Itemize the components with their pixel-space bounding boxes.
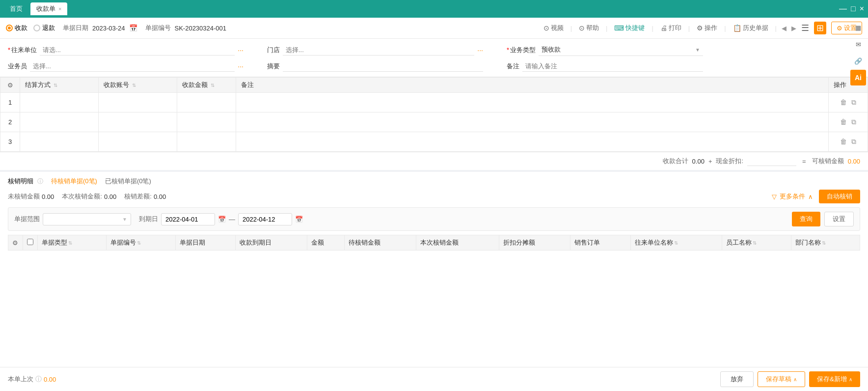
copy-row-1-icon[interactable]: ⧉ [851, 98, 856, 106]
history-btn[interactable]: 📋 历史单据 [731, 23, 770, 33]
date-from-input[interactable] [161, 213, 215, 225]
filter-settings-btn[interactable]: 设置 [824, 212, 854, 226]
discount-input[interactable] [747, 156, 796, 166]
copy-row-2-icon[interactable]: ⧉ [851, 118, 856, 126]
shortcut-btn[interactable]: ⌨ 快捷键 [612, 23, 647, 33]
list-view-icon[interactable]: ☰ [801, 23, 809, 33]
radio-refund[interactable]: 退款 [33, 24, 55, 32]
video-icon: ⊙ [543, 24, 549, 32]
doc-date-value: 2023-03-24 [92, 25, 125, 32]
chevron-up-icon: ∧ [808, 193, 813, 200]
shortcut-icon: ⌨ [614, 24, 624, 32]
settlement-cell-2[interactable] [20, 112, 99, 132]
counterpart-field: *往来单位 ··· [8, 45, 244, 56]
settlement-sort-icon: ⇅ [54, 83, 57, 88]
tab-receipt[interactable]: 收款单 × [30, 2, 67, 15]
window-maximize-btn[interactable]: □ [851, 4, 856, 13]
operations-btn[interactable]: ⚙ 操作 [695, 23, 719, 33]
remark-cell-3[interactable] [236, 132, 829, 152]
nav-next-icon[interactable]: ▶ [791, 25, 796, 32]
staff-more-icon[interactable]: ··· [238, 62, 244, 70]
account-cell-1[interactable] [99, 93, 177, 112]
form-section: *往来单位 ··· 门店 ··· *业务类型 预收款 ▼ 业务员 [0, 39, 868, 77]
verify-table: ⚙ 单据类型⇅ 单据编号⇅ 单据日期 收款到期日 金额 待核销金额 本次核销金额… [8, 235, 860, 251]
save-new-btn[interactable]: 保存&新增 ∧ [809, 371, 860, 387]
bottom-info-icon[interactable]: ⓘ [35, 375, 42, 384]
settlement-cell-3[interactable] [20, 132, 99, 152]
window-close-btn[interactable]: × [860, 4, 864, 13]
save-draft-btn[interactable]: 保存草稿 ∧ [758, 371, 805, 387]
account-cell-2[interactable] [99, 112, 177, 132]
counterpart-input[interactable] [40, 45, 235, 56]
more-conditions-btn[interactable]: ▽ 更多条件 ∧ [772, 192, 813, 201]
table-settings-icon[interactable]: ⚙ [7, 82, 13, 89]
copy-row-3-icon[interactable]: ⧉ [851, 138, 856, 145]
tab-close-icon[interactable]: × [58, 6, 61, 12]
type-sort-icon: ⇅ [68, 240, 72, 246]
account-cell-3[interactable] [99, 132, 177, 152]
tab-home[interactable]: 首页 [4, 2, 28, 15]
delete-row-3-icon[interactable]: 🗑 [840, 138, 847, 145]
remark-cell-1[interactable] [236, 93, 829, 112]
doc-date-field: 单据日期 2023-03-24 📅 [63, 24, 137, 32]
select-all-checkbox[interactable] [27, 239, 33, 245]
store-field: 门店 ··· [267, 45, 483, 56]
grid-view-icon[interactable]: ⊞ [814, 22, 826, 34]
range-select[interactable] [43, 213, 131, 225]
counterpart-sort-icon: ⇅ [674, 240, 678, 246]
amount-cell-1[interactable] [177, 93, 236, 112]
verify-table-settings-icon[interactable]: ⚙ [12, 239, 18, 247]
summary-field: 摘要 [267, 61, 483, 72]
amount-cell-3[interactable] [177, 132, 236, 152]
biz-type-field: *业务类型 预收款 ▼ [507, 44, 703, 56]
side-link-icon[interactable]: 🔗 [850, 53, 866, 69]
store-more-icon[interactable]: ··· [477, 46, 483, 54]
remark-input[interactable] [522, 61, 703, 72]
abandon-btn[interactable]: 放弃 [720, 371, 754, 387]
nav-prev-icon[interactable]: ◀ [782, 25, 787, 32]
due-date-field: 到期日 📅 — 📅 [139, 213, 303, 225]
staff-input[interactable] [30, 61, 235, 72]
available-amount: 0.00 [848, 158, 860, 165]
biz-type-select[interactable]: 预收款 ▼ [539, 44, 703, 56]
verify-info-icon[interactable]: ⓘ [37, 177, 43, 186]
counterpart-more-icon[interactable]: ··· [238, 46, 244, 54]
side-table-icon[interactable]: ▦ [850, 20, 866, 35]
delete-row-1-icon[interactable]: 🗑 [840, 98, 847, 106]
settlement-cell-1[interactable] [20, 93, 99, 112]
window-minimize-btn[interactable]: — [839, 4, 847, 13]
done-tab[interactable]: 已核销单据(0笔) [105, 177, 151, 186]
query-btn[interactable]: 查询 [792, 212, 820, 226]
store-input[interactable] [283, 45, 474, 56]
radio-receipt[interactable]: 收款 [6, 24, 27, 32]
print-btn[interactable]: 🖨 打印 [658, 23, 683, 33]
staff-sort-icon: ⇅ [753, 240, 757, 246]
date-from-calendar-icon[interactable]: 📅 [218, 216, 226, 223]
video-btn[interactable]: ⊙ 视频 [542, 23, 566, 33]
verify-section: 核销明细 ⓘ 待核销单据(0笔) 已核销单据(0笔) 未核销金额 0.00 本次… [0, 170, 868, 367]
doc-no-field: 单据编号 SK-20230324-001 [145, 24, 227, 32]
bottom-actions: 放弃 保存草稿 ∧ 保存&新增 ∧ [720, 371, 860, 387]
summary-input[interactable] [283, 61, 483, 72]
biz-type-chevron-icon: ▼ [695, 47, 700, 53]
date-to-calendar-icon[interactable]: 📅 [295, 216, 303, 223]
tab-bar-right: — □ × [839, 4, 864, 13]
verify-title: 核销明细 ⓘ [8, 177, 43, 186]
link-icon: 🔗 [854, 57, 862, 65]
side-email-icon[interactable]: ✉ [850, 36, 866, 52]
remark-cell-2[interactable] [236, 112, 829, 132]
table-row: 1 🗑 ⧉ [0, 93, 868, 112]
auto-verify-btn[interactable]: 自动核销 [819, 190, 860, 203]
help-btn[interactable]: ⊙ 帮助 [577, 23, 601, 33]
bottom-table-container: ⚙ 单据类型⇅ 单据编号⇅ 单据日期 收款到期日 金额 待核销金额 本次核销金额… [8, 235, 860, 362]
side-ai-icon[interactable]: Ai [850, 70, 866, 85]
date-to-input[interactable] [238, 213, 292, 225]
delete-row-2-icon[interactable]: 🗑 [840, 118, 847, 126]
calendar-icon[interactable]: 📅 [129, 24, 137, 32]
amount-cell-2[interactable] [177, 112, 236, 132]
toolbar: 收款 退款 单据日期 2023-03-24 📅 单据编号 SK-20230324… [0, 18, 868, 39]
radio-receipt-dot [8, 27, 11, 29]
tab-bar: 首页 收款单 × — □ × [0, 0, 868, 18]
no-sort-icon: ⇅ [137, 240, 141, 246]
pending-tab[interactable]: 待核销单据(0笔) [51, 177, 97, 186]
